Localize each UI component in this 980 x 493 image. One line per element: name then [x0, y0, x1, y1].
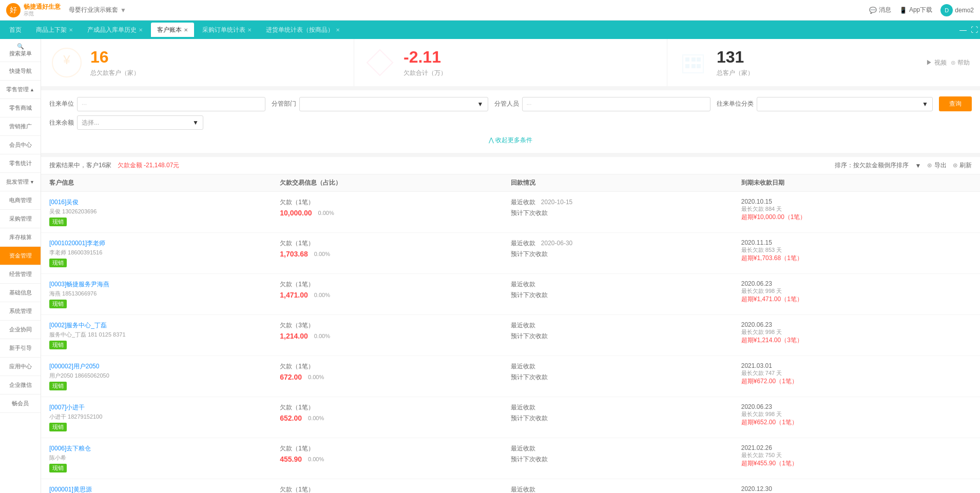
tab-product-status[interactable]: 商品上下架 ✕ — [30, 23, 79, 37]
col-debt-info: 欠款交易信息（占比） — [280, 179, 510, 187]
video-button[interactable]: ▶ 视频 — [926, 58, 946, 67]
sidebar-item-label: 快捷导航 — [9, 68, 32, 74]
dept-select[interactable]: ▼ — [299, 97, 488, 111]
sort-label[interactable]: 排序：按欠款金额倒序排序 — [835, 161, 909, 170]
tab-close-icon[interactable]: ✕ — [69, 27, 73, 33]
sidebar-item-retail-mall[interactable]: 零售商城 — [0, 99, 41, 117]
customer-phone: 服务中心_丁磊 181 0125 8371 — [49, 331, 280, 339]
customer-tag: 现销 — [49, 423, 67, 431]
user-avatar[interactable]: D demo2 — [940, 4, 974, 16]
table-row: [000001]黄思源 黄思源 13552700226 现销 欠款（1笔） 42… — [41, 479, 980, 493]
debt-count: 欠款（1笔） — [280, 485, 510, 493]
stat-text-debt-customers: 16 总欠款客户（家） — [90, 48, 140, 77]
customer-name[interactable]: [0016]吴俊 — [49, 198, 280, 207]
debt-amount[interactable]: 455.90 — [280, 455, 302, 463]
collapse-bar[interactable]: ⋀ 收起更多条件 — [49, 134, 972, 147]
content-area: ¥ 16 总欠款客户（家） -2.11 欠款合计（万） — [41, 39, 980, 493]
tab-close-icon[interactable]: ✕ — [139, 27, 143, 33]
tab-home[interactable]: 首页 — [3, 23, 28, 37]
sidebar-item-marketing[interactable]: 营销推广 — [0, 117, 41, 136]
debt-count: 欠款（1笔） — [280, 239, 510, 248]
recovery-cell: 最近收款 预计下次收款 — [511, 321, 741, 341]
chevron-down-icon[interactable]: ▼ — [915, 162, 921, 169]
sidebar-item-inventory[interactable]: 库存核算 — [0, 228, 41, 247]
overdue-amount[interactable]: 超期¥10,000.00（1笔） — [741, 213, 972, 222]
sidebar-item-quick-nav[interactable]: 快捷导航 — [0, 62, 41, 81]
sidebar-search[interactable]: 🔍 搜索菜单 — [0, 39, 41, 62]
debt-amount[interactable]: 1,214.00 — [280, 332, 308, 340]
debt-amount[interactable]: 652.00 — [280, 414, 302, 422]
sidebar-item-finance[interactable]: 资金管理 — [0, 247, 41, 265]
overdue-amount[interactable]: 超期¥455.90（1笔） — [741, 459, 972, 468]
customer-name[interactable]: [0006]去下粮仓 — [49, 444, 280, 453]
sidebar-item-operations[interactable]: 经营管理 — [0, 265, 41, 284]
tab-maximize-icon[interactable]: ⛶ — [971, 26, 978, 34]
debt-amount[interactable]: 672.00 — [280, 373, 302, 381]
sidebar-item-ecommerce[interactable]: 电商管理 — [0, 191, 41, 210]
customer-name[interactable]: [0002]服务中心_丁磊 — [49, 321, 280, 330]
tab-minimize-icon[interactable]: — — [959, 26, 967, 34]
avatar: D — [940, 4, 953, 16]
stat-card-debt-customers: ¥ 16 总欠款客户（家） — [41, 39, 354, 86]
due-date: 2020.10.15 — [741, 198, 972, 205]
customer-name[interactable]: [0007]小进干 — [49, 403, 280, 412]
sidebar-item-new-guide[interactable]: 新手引导 — [0, 339, 41, 358]
balance-select[interactable]: 选择... ▼ — [77, 115, 203, 130]
table-row: [0002]服务中心_丁磊 服务中心_丁磊 181 0125 8371 现销 欠… — [41, 315, 980, 356]
debt-amount[interactable]: 10,000.00 — [280, 209, 312, 217]
person-input[interactable]: ··· — [522, 97, 710, 111]
overdue-amount[interactable]: 超期¥1,471.00（1笔） — [741, 295, 972, 304]
tab-purchase-order[interactable]: 采购订单统计表 ✕ — [196, 23, 258, 37]
overdue-amount[interactable]: 超期¥672.00（1笔） — [741, 377, 972, 386]
tab-close-icon[interactable]: ✕ — [336, 27, 340, 33]
tab-close-icon[interactable]: ✕ — [184, 27, 188, 33]
debt-percent: 0.00% — [314, 292, 330, 298]
from-unit-input[interactable]: ··· — [77, 97, 265, 111]
next-payment: 预计下次收款 — [511, 455, 741, 464]
stat-number-debt-customers: 16 — [90, 48, 140, 67]
customer-name[interactable]: [0003]畅捷服务尹海燕 — [49, 280, 280, 289]
export-button[interactable]: ⊙ 导出 — [927, 161, 946, 170]
debt-amount[interactable]: 1,471.00 — [280, 291, 308, 299]
sidebar-item-label: 零售管理 — [6, 86, 29, 93]
sidebar-item-app-center[interactable]: 应用中心 — [0, 358, 41, 376]
unit-type-select[interactable]: ▼ — [757, 97, 933, 111]
debt-amount[interactable]: 1,703.68 — [280, 250, 308, 258]
data-table: 客户信息 欠款交易信息（占比） 回款情况 到期未收款日期 [0016]吴俊 吴俊… — [41, 174, 980, 493]
sidebar-item-retail-stats[interactable]: 零售统计 — [0, 154, 41, 173]
help-button[interactable]: ⊙ 帮助 — [951, 58, 970, 67]
customer-name[interactable]: [000002]用户2050 — [49, 362, 280, 371]
sidebar-item-batch-mgmt[interactable]: 批发管理 ▼ — [0, 173, 41, 191]
tab-close-icon[interactable]: ✕ — [247, 27, 252, 33]
sidebar-item-system[interactable]: 系统管理 — [0, 302, 41, 321]
filter-row-1: 往来单位 ··· 分管部门 ▼ 分管人员 ··· — [49, 96, 972, 111]
message-button[interactable]: 💬 消息 — [869, 6, 891, 14]
overdue-amount[interactable]: 超期¥652.00（1笔） — [741, 418, 972, 427]
tab-customer-account[interactable]: 客户账本 ✕ — [151, 23, 194, 37]
customer-name[interactable]: [0001020001]李老师 — [49, 239, 280, 248]
tab-product-history[interactable]: 产成品入库单历史 ✕ — [81, 23, 149, 37]
overdue-amount[interactable]: 超期¥1,214.00（3笔） — [741, 336, 972, 345]
query-button[interactable]: 查询 — [939, 96, 972, 111]
sidebar-item-enterprise-wechat[interactable]: 企业微信 — [0, 376, 41, 395]
customer-name[interactable]: [000001]黄思源 — [49, 485, 280, 493]
sidebar-item-enterprise-collab[interactable]: 企业协同 — [0, 321, 41, 339]
customer-cell: [0001020001]李老师 李老师 18600391516 现销 — [49, 239, 280, 267]
sidebar-item-retail-mgmt[interactable]: 零售管理 ▲ — [0, 81, 41, 99]
recovery-cell: 最近收款 预计下次收款 — [511, 444, 741, 464]
stat-label-debt-customers: 总欠款客户（家） — [90, 69, 140, 77]
recovery-cell: 最近收款 2020-06-30 预计下次收款 — [511, 239, 741, 259]
filter-balance: 往来余额 选择... ▼ — [49, 115, 203, 130]
sidebar-item-basic-info[interactable]: 基础信息 — [0, 284, 41, 302]
tab-import-stats[interactable]: 进货单统计表（按商品） ✕ — [260, 23, 346, 37]
sidebar-item-member-vip[interactable]: 畅会员 — [0, 395, 41, 413]
refresh-button[interactable]: ⊙ 刷新 — [953, 161, 972, 170]
recovery-cell: 最近收款 预计下次收款 — [511, 485, 741, 493]
app-download-button[interactable]: 📱 App下载 — [899, 6, 932, 14]
last-payment-date: 2020-10-15 — [541, 199, 572, 206]
sidebar-item-member[interactable]: 会员中心 — [0, 136, 41, 154]
from-unit-dots: ··· — [82, 101, 87, 108]
store-selector[interactable]: 母婴行业演示账套 ▼ — [69, 6, 126, 14]
overdue-amount[interactable]: 超期¥1,703.68（1笔） — [741, 254, 972, 263]
sidebar-item-purchase-mgmt[interactable]: 采购管理 — [0, 210, 41, 228]
